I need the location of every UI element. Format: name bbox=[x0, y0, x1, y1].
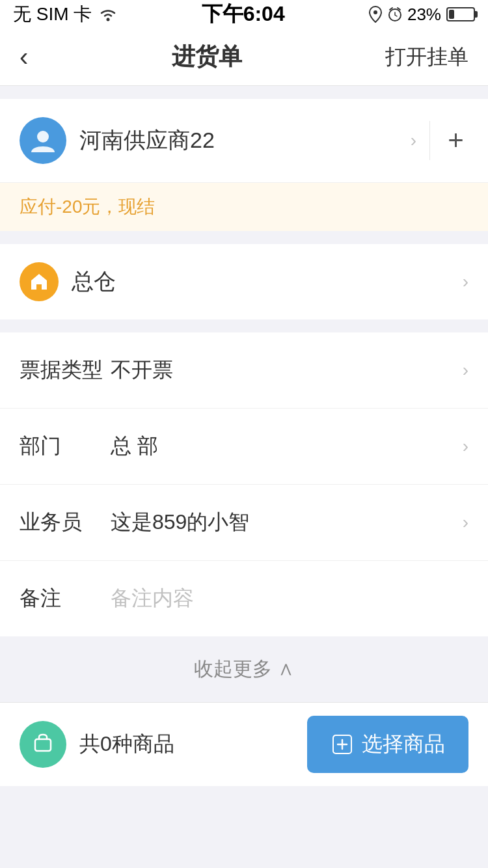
dept-chevron-icon: › bbox=[463, 436, 468, 457]
svg-point-1 bbox=[373, 10, 377, 14]
svg-point-3 bbox=[37, 131, 49, 142]
supplier-name: 河南供应商22 bbox=[79, 126, 411, 156]
remark-input[interactable]: 备注内容 bbox=[111, 584, 468, 613]
svg-point-0 bbox=[107, 18, 110, 21]
invoice-label: 票据类型 bbox=[20, 356, 111, 385]
select-product-icon bbox=[331, 733, 354, 756]
sales-chevron-icon: › bbox=[463, 512, 468, 533]
warehouse-chevron-icon: › bbox=[463, 271, 468, 292]
warehouse-row[interactable]: 总仓 › bbox=[0, 244, 488, 319]
sales-value: 这是859的小智 bbox=[111, 508, 463, 537]
alarm-icon bbox=[388, 7, 402, 22]
collapse-label: 收起更多 ∧ bbox=[194, 656, 293, 683]
supplier-section: 河南供应商22 › + 应付-20元，现结 bbox=[0, 99, 488, 231]
notice-bar: 应付-20元，现结 bbox=[0, 183, 488, 231]
invoice-chevron-icon: › bbox=[463, 360, 468, 381]
carrier-text: 无 SIM 卡 bbox=[13, 2, 92, 27]
collapse-row[interactable]: 收起更多 ∧ bbox=[0, 636, 488, 702]
open-pending-button[interactable]: 打开挂单 bbox=[385, 43, 468, 72]
page-title: 进货单 bbox=[172, 41, 242, 73]
cart-icon bbox=[30, 731, 56, 757]
warehouse-section: 总仓 › bbox=[0, 244, 488, 319]
sales-label: 业务员 bbox=[20, 508, 111, 537]
location-icon bbox=[368, 6, 383, 23]
product-count-label: 共0种商品 bbox=[79, 730, 294, 759]
supplier-row[interactable]: 河南供应商22 › + bbox=[0, 99, 488, 183]
page-background bbox=[0, 786, 488, 868]
dept-value: 总 部 bbox=[111, 432, 463, 461]
bottom-bar: 共0种商品 选择商品 bbox=[0, 702, 488, 786]
status-bar: 无 SIM 卡 下午6:04 23% bbox=[0, 0, 488, 29]
section-gap-1 bbox=[0, 86, 488, 99]
svg-rect-4 bbox=[35, 739, 51, 751]
invoice-value: 不开票 bbox=[111, 356, 463, 385]
status-icons: 23% bbox=[368, 5, 475, 25]
remark-row[interactable]: 备注 备注内容 bbox=[0, 561, 488, 636]
notice-text: 应付-20元，现结 bbox=[20, 197, 155, 217]
remark-label: 备注 bbox=[20, 584, 111, 613]
home-icon bbox=[27, 270, 51, 293]
wifi-icon bbox=[98, 7, 118, 21]
sales-row[interactable]: 业务员 这是859的小智 › bbox=[0, 485, 488, 561]
section-gap-3 bbox=[0, 319, 488, 332]
supplier-avatar bbox=[20, 117, 66, 164]
dept-row[interactable]: 部门 总 部 › bbox=[0, 409, 488, 485]
status-time: 下午6:04 bbox=[202, 0, 285, 29]
warehouse-name: 总仓 bbox=[72, 267, 463, 297]
battery-indicator bbox=[446, 7, 475, 21]
product-icon bbox=[20, 721, 66, 768]
back-button[interactable]: ‹ bbox=[20, 42, 28, 72]
form-section: 票据类型 不开票 › 部门 总 部 › 业务员 这是859的小智 › 备注 备注… bbox=[0, 332, 488, 636]
dept-label: 部门 bbox=[20, 432, 111, 461]
invoice-row[interactable]: 票据类型 不开票 › bbox=[0, 332, 488, 409]
select-product-button[interactable]: 选择商品 bbox=[307, 716, 468, 773]
battery-text: 23% bbox=[407, 5, 441, 25]
status-carrier: 无 SIM 卡 bbox=[13, 2, 118, 27]
select-product-label: 选择商品 bbox=[362, 730, 445, 759]
add-supplier-button[interactable]: + bbox=[429, 121, 468, 160]
nav-bar: ‹ 进货单 打开挂单 bbox=[0, 29, 488, 86]
user-icon bbox=[29, 126, 57, 155]
section-gap-2 bbox=[0, 231, 488, 244]
warehouse-icon bbox=[20, 262, 59, 301]
supplier-chevron-icon: › bbox=[411, 130, 416, 151]
